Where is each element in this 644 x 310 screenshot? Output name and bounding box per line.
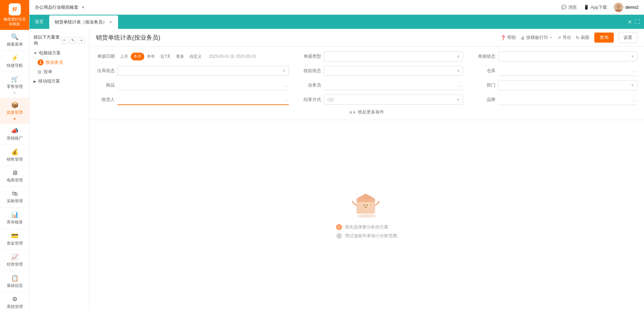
chevron-icon3: ▼: [282, 69, 286, 73]
date-tab-custom[interactable]: 自定义: [187, 53, 204, 60]
filter-row-4: 收货人 … 结算方式 ×: [96, 94, 637, 105]
payment-tag: ×: [327, 97, 334, 102]
tabbar-actions: ✕ ⛶: [628, 19, 644, 25]
sidebar-item-basic[interactable]: 📋 基础信息: [0, 271, 29, 292]
page-title: 销货单统计表(按业务员): [96, 34, 160, 42]
brand-dots[interactable]: …: [632, 97, 637, 103]
logo[interactable]: 好 畅捷通好生意标账版: [0, 0, 29, 30]
avatar: [614, 3, 623, 12]
tree-group-pc[interactable]: ▼ 电脑端方案: [30, 48, 89, 58]
salesman-dots[interactable]: …: [458, 82, 463, 88]
collapse-label: 收起更多条件: [358, 109, 384, 115]
main-area: 办公用品行业模拟账套 ▼ 💬 消息 📱 App下载 de: [30, 0, 644, 310]
topbar-dropdown[interactable]: ▼: [81, 5, 85, 10]
sidebar-item-marketing[interactable]: 📣 营销推广: [0, 124, 29, 145]
app-download-action[interactable]: 📱 App下载: [584, 4, 607, 10]
inventory-icon: 📊: [11, 211, 18, 218]
sidebar-item-label: 销售管理: [7, 157, 23, 162]
filter-item-payment: 结算方式 × ▼: [302, 95, 463, 105]
collapse-button[interactable]: ∧∧ 收起更多条件: [96, 109, 637, 115]
tab-close-icon[interactable]: ✕: [109, 20, 112, 24]
help-button[interactable]: ❓ 帮助: [500, 35, 516, 41]
goods-input[interactable]: [117, 80, 282, 90]
refresh-button[interactable]: ↻ 刷新: [576, 35, 590, 41]
export-icon: ↗: [557, 35, 561, 40]
filter-item-salesman: 业务员 …: [302, 80, 463, 90]
date-label: 单据日期: [96, 53, 117, 59]
brand-input[interactable]: [498, 95, 631, 105]
main-content: 1 请先选择要分析的方案 2 用过滤条件来缩小分析范围: [89, 120, 644, 310]
add-scheme-button[interactable]: +: [61, 37, 67, 44]
sidebar-item-system[interactable]: ⚙ 系统管理: [0, 292, 29, 310]
page-header: 销货单统计表(按业务员) ❓ 帮助 🖨 按模板打印 ▼ ↗ 导出: [89, 29, 644, 47]
avatar-image: [614, 3, 623, 12]
sidebar-item-ecommerce[interactable]: 🖥 电商管理: [0, 166, 29, 187]
doctype-select[interactable]: ▼: [324, 51, 463, 61]
sidebar-item-inventory[interactable]: 📊 库存核算: [0, 208, 29, 229]
print-button[interactable]: 🖨 按模板打印 ▼: [521, 35, 553, 41]
phone-icon: 📱: [584, 5, 589, 10]
header-actions: ❓ 帮助 🖨 按模板打印 ▼ ↗ 导出 ↻ 刷新: [500, 32, 637, 43]
tab-home[interactable]: 首页: [30, 15, 49, 29]
salesman-input[interactable]: [324, 80, 456, 90]
export-button[interactable]: ↗ 导出: [557, 35, 571, 41]
sidebar-item-purchase[interactable]: 🛍 采购管理: [0, 187, 29, 208]
collapse-panel-button[interactable]: «: [78, 37, 85, 44]
svg-point-8: [362, 202, 370, 210]
query-button[interactable]: 查询: [594, 33, 614, 43]
warehouse-input[interactable]: [498, 65, 631, 75]
empty-state: 1 请先选择要分析的方案 2 用过滤条件来缩小分析范围: [336, 189, 397, 242]
payment-select[interactable]: × ▼: [324, 95, 463, 105]
goods-dots[interactable]: …: [283, 82, 289, 88]
cart-icon: 🛒: [11, 75, 18, 83]
topbar-right: 💬 消息 📱 App下载 demo2: [561, 3, 639, 12]
user-area[interactable]: demo2: [614, 3, 639, 12]
help-label: 帮助: [507, 35, 516, 41]
warehouse-dots[interactable]: …: [632, 67, 637, 73]
date-tab-this-month[interactable]: 本月: [131, 53, 144, 60]
edit-scheme-button[interactable]: ✎: [69, 37, 76, 44]
dept-select[interactable]: ▼: [498, 80, 637, 90]
question-icon: ❓: [500, 35, 506, 40]
sidebar-item-label: 搜索菜单: [7, 42, 23, 47]
sales-icon: 💰: [11, 148, 18, 156]
refresh-icon: ↻: [576, 35, 580, 40]
consignee-input[interactable]: [117, 94, 282, 104]
settings-button[interactable]: 设置: [619, 32, 637, 43]
minimize-icon[interactable]: ✕: [628, 19, 632, 25]
tab-sales-stats[interactable]: 销货单统计表（按业务员） ✕: [49, 15, 118, 29]
tree-item-by-order[interactable]: ⊞ 按单: [36, 67, 89, 76]
svg-point-10: [366, 205, 368, 206]
tree-item-by-salesman[interactable]: 按业务员: [36, 58, 89, 67]
sidebar-item-sales[interactable]: 💰 销售管理: [0, 145, 29, 166]
sidebar-item-finance[interactable]: 💳 资金管理: [0, 229, 29, 250]
print-dropdown-icon: ▼: [549, 36, 553, 40]
outstatus-select[interactable]: ▼: [117, 66, 289, 76]
sidebar-item-retail[interactable]: 🛒 零售管理 ▲: [0, 72, 29, 98]
sidebar-item-operation[interactable]: 📈 经营管理: [0, 250, 29, 271]
consignee-dots[interactable]: …: [283, 96, 289, 102]
sidebar-item-label: 批发管理: [7, 110, 23, 115]
logo-icon: 好: [9, 3, 21, 15]
date-tab-more[interactable]: 更多: [173, 53, 187, 60]
payment-tag-close[interactable]: ×: [330, 98, 332, 102]
sidebar-nav: 🔍 搜索菜单 ⚡ 快捷导航 🛒 零售管理 ▲ 📦 批发管理 ▲ 📣 营销推广 💰…: [0, 30, 29, 310]
ecommerce-icon: 🖥: [12, 169, 18, 176]
date-tab-this-year[interactable]: 本年: [144, 53, 158, 60]
edit-icon: ✎: [71, 38, 74, 43]
panel-header-actions: + ✎ «: [61, 37, 85, 44]
sidebar-item-wholesale[interactable]: 📦 批发管理 ▲: [0, 98, 29, 124]
tree-group-mobile[interactable]: ▶ 移动端方案: [30, 76, 89, 86]
sidebar-item-shortcut[interactable]: ⚡ 快捷导航: [0, 51, 29, 72]
date-tab-last-month[interactable]: 上月: [117, 53, 131, 60]
date-tab-7days[interactable]: 近7天: [158, 53, 173, 60]
sidebar-item-search[interactable]: 🔍 搜索菜单: [0, 30, 29, 51]
svg-point-3: [40, 61, 41, 62]
filter-item-brand: 品牌 …: [477, 95, 637, 105]
docstatus-select[interactable]: ▼: [498, 51, 637, 61]
receiptstatus-select[interactable]: ▼: [324, 66, 463, 76]
step-2-num: 2: [336, 233, 342, 239]
message-action[interactable]: 💬 消息: [561, 4, 577, 10]
maximize-icon[interactable]: ⛶: [635, 19, 640, 25]
payment-chevron: ▼: [457, 98, 460, 102]
